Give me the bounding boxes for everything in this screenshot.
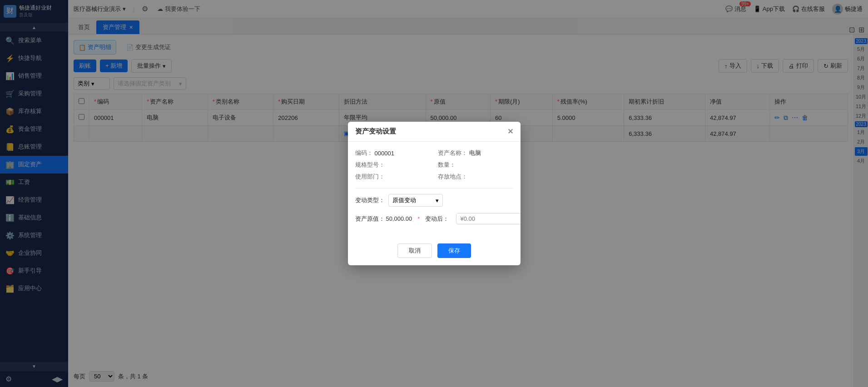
asset-change-dialog: 资产变动设置 ✕ 编码： 000001 资产名称： 电脑 规格型号： 数量： [348,122,521,265]
dialog-department-row: 使用部门： [355,173,431,181]
after-change-input[interactable] [456,213,520,224]
dialog-body: 编码： 000001 资产名称： 电脑 规格型号： 数量： 使用部门： [348,142,521,238]
code-label: 编码： [355,149,373,157]
spec-label: 规格型号： [355,161,385,169]
change-type-select[interactable]: 原值变动 ▾ [388,194,443,207]
cancel-button[interactable]: 取消 [397,243,432,258]
department-label: 使用部门： [355,173,385,181]
dialog-location-row: 存放地点： [438,173,513,181]
code-value: 000001 [375,150,394,157]
dialog-footer: 取消 保存 [348,238,521,265]
required-star: * [417,215,420,222]
change-type-label: 变动类型： [355,196,385,204]
change-type-value: 原值变动 [392,196,416,204]
dialog-header: 资产变动设置 ✕ [348,122,521,142]
dialog-code-row: 编码： 000001 [355,149,431,157]
save-button[interactable]: 保存 [437,243,471,258]
location-label: 存放地点： [438,173,467,181]
change-type-chevron-icon: ▾ [436,197,439,204]
original-value-label: 资产原值： [355,215,382,223]
quantity-label: 数量： [438,161,456,169]
dialog-name-row: 资产名称： 电脑 [438,149,513,157]
after-change-label: 变动后： [425,215,452,223]
dialog-title: 资产变动设置 [355,127,396,136]
dialog-quantity-row: 数量： [438,161,513,169]
name-value: 电脑 [469,149,481,157]
change-type-row: 变动类型： 原值变动 ▾ [355,194,513,207]
dialog-close-icon[interactable]: ✕ [507,127,513,136]
dialog-info-grid: 编码： 000001 资产名称： 电脑 规格型号： 数量： 使用部门： [355,149,513,181]
original-value-display: 50,000.00 [386,215,412,222]
dialog-spec-row: 规格型号： [355,161,431,169]
name-label: 资产名称： [438,149,467,157]
dialog-divider [355,188,513,189]
original-value-row: 资产原值： 50,000.00 * 变动后： [355,213,513,224]
dialog-overlay: 资产变动设置 ✕ 编码： 000001 资产名称： 电脑 规格型号： 数量： [0,0,868,387]
